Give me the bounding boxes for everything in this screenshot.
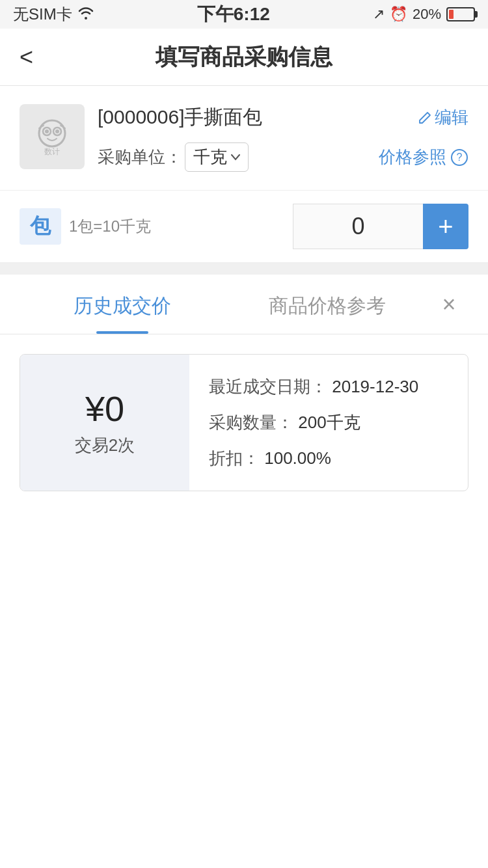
quantity-row: 包 1包=10千克 + — [0, 191, 488, 263]
svg-point-3 — [45, 129, 49, 133]
recent-date-label: 最近成交日期： — [209, 377, 327, 396]
qty-unit-box: 包 — [20, 208, 61, 245]
discount-label: 折扣： — [209, 448, 260, 468]
discount-value: 100.00% — [264, 448, 331, 468]
qty-input-area: + — [293, 204, 468, 249]
tab-product-price-ref[interactable]: 商品价格参考 — [224, 275, 429, 334]
quantity-row-detail: 采购数量： 200千克 — [209, 410, 448, 435]
status-left: 无SIM卡 — [13, 4, 94, 25]
bottom-area — [0, 511, 488, 868]
recent-date-value: 2019-12-30 — [332, 377, 418, 396]
unit-label-area: 采购单位： 千克 — [98, 142, 249, 172]
price-card-left: ¥0 交易2次 — [20, 355, 189, 491]
svg-text:数计: 数计 — [44, 147, 60, 156]
battery-percent: 20% — [413, 6, 441, 23]
price-ref-button[interactable]: 价格参照 ? — [379, 146, 468, 169]
price-transactions: 交易2次 — [75, 434, 135, 457]
battery-icon — [446, 7, 475, 21]
status-time: 下午6:12 — [197, 2, 270, 27]
alarm-icon: ⏰ — [390, 6, 407, 23]
unit-row: 采购单位： 千克 价格参照 ? — [98, 142, 468, 172]
nav-bar: < 填写商品采购信息 — [0, 29, 488, 86]
svg-text:?: ? — [457, 152, 463, 163]
svg-point-4 — [55, 129, 59, 133]
price-card: ¥0 交易2次 最近成交日期： 2019-12-30 采购数量： 200千克 折… — [20, 354, 468, 491]
tab-bar: 历史成交价 商品价格参考 × — [0, 275, 488, 334]
product-info: [0000006]手撕面包 编辑 采购单位： 千克 价格参照 — [98, 104, 468, 172]
price-card-container: ¥0 交易2次 最近成交日期： 2019-12-30 采购数量： 200千克 折… — [0, 334, 488, 511]
product-thumbnail: 数计 — [20, 104, 85, 169]
discount-row: 折扣： 100.00% — [209, 446, 448, 471]
section-divider — [0, 263, 488, 275]
product-name: [0000006]手撕面包 — [98, 104, 262, 131]
tab-history-price[interactable]: 历史成交价 — [20, 275, 224, 334]
location-icon: ↗ — [373, 6, 385, 23]
price-card-right: 最近成交日期： 2019-12-30 采购数量： 200千克 折扣： 100.0… — [189, 355, 468, 491]
price-display: ¥0 — [85, 388, 124, 429]
recent-date-row: 最近成交日期： 2019-12-30 — [209, 374, 448, 400]
status-bar: 无SIM卡 下午6:12 ↗ ⏰ 20% — [0, 0, 488, 29]
tab-close-button[interactable]: × — [429, 285, 468, 324]
quantity-label: 采购数量： — [209, 413, 293, 432]
unit-select[interactable]: 千克 — [185, 142, 249, 172]
carrier-text: 无SIM卡 — [13, 4, 72, 25]
quantity-value: 200千克 — [298, 413, 360, 432]
page-title: 填写商品采购信息 — [156, 42, 332, 72]
qty-unit-info: 包 1包=10千克 — [20, 208, 151, 245]
qty-input[interactable] — [293, 204, 423, 249]
qty-conversion: 1包=10千克 — [69, 216, 151, 237]
product-card: 数计 [0000006]手撕面包 编辑 采购单位： 千克 — [0, 86, 488, 191]
back-button[interactable]: < — [20, 44, 33, 71]
wifi-icon — [77, 5, 94, 23]
unit-label: 采购单位： — [98, 147, 182, 167]
status-right: ↗ ⏰ 20% — [373, 6, 475, 23]
edit-button[interactable]: 编辑 — [418, 106, 468, 129]
product-name-row: [0000006]手撕面包 编辑 — [98, 104, 468, 131]
qty-plus-button[interactable]: + — [423, 204, 468, 249]
